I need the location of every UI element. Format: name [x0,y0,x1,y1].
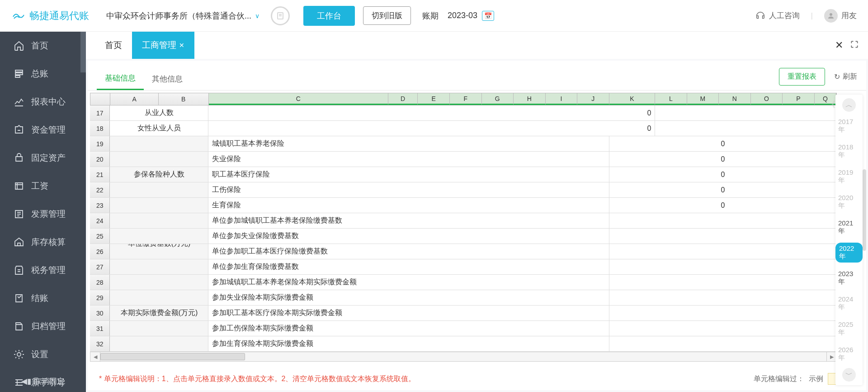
year-2021年[interactable]: 2021年 [835,215,863,240]
fullscreen-icon[interactable] [850,40,859,51]
year-2019年[interactable]: 2019年 [835,164,863,189]
row-header[interactable]: 20 [90,152,110,167]
row-header[interactable]: 30 [90,306,110,320]
cell-label[interactable] [110,198,208,213]
row-header[interactable]: 17 [90,105,110,120]
refresh-button[interactable]: ↻刷新 [834,72,857,81]
cell-label[interactable]: 女性从业人员 [110,121,208,136]
sidebar-item-10[interactable]: 归档管理 [0,312,86,340]
cell-desc[interactable]: 参加工伤保险本期实际缴费金额 [208,321,609,336]
calendar-icon[interactable]: 📅 [482,11,494,21]
sidebar-item-2[interactable]: 报表中心 [0,88,86,116]
switch-old-button[interactable]: 切到旧版 [363,6,411,25]
cell-label[interactable] [110,182,208,197]
cell-desc[interactable]: 城镇职工基本养老保险 [208,136,609,151]
workbench-button[interactable]: 工作台 [303,6,355,26]
year-2023年[interactable]: 2023年 [835,265,863,291]
sidebar-scrollbar[interactable] [80,32,86,72]
cell-desc[interactable]: 参加生育保险本期实际缴费金额 [208,336,609,351]
sidebar-item-8[interactable]: 税务管理 [0,256,86,284]
row-header[interactable]: 28 [90,275,110,290]
reset-report-button[interactable]: 重置报表 [779,68,825,86]
cell-value[interactable]: 0 [609,152,837,167]
row-header[interactable]: 21 [90,167,110,182]
row-header[interactable]: 19 [90,136,110,151]
cell-desc[interactable]: 单位参加失业保险缴费基数 [208,229,609,244]
row-header[interactable]: 18 [90,121,110,136]
cell-desc[interactable]: 0 [208,121,655,136]
sidebar-item-5[interactable]: 工资 [0,172,86,200]
cell-label[interactable] [110,321,208,336]
cell-label[interactable] [110,213,208,228]
row-header[interactable]: 26 [90,244,110,259]
sidebar-item-7[interactable]: 库存核算 [0,228,86,256]
cell-label[interactable] [110,229,208,244]
user-menu[interactable]: 用友 [824,9,857,23]
cell-empty[interactable] [655,121,837,136]
cell-label[interactable] [110,136,208,151]
cell-value[interactable]: 0 [609,198,837,213]
cell-value[interactable] [609,321,837,336]
row-header[interactable]: 22 [90,182,110,197]
sidebar-item-4[interactable]: 固定资产 [0,144,86,172]
scroll-thumb[interactable] [100,353,245,360]
row-header[interactable]: 29 [90,290,110,305]
col-header-H[interactable]: H [514,93,546,105]
sidebar-item-9[interactable]: 结账 [0,284,86,312]
sidebar-item-11[interactable]: 设置 [0,340,86,368]
col-header-K[interactable]: K [609,93,655,105]
cell-desc[interactable]: 参加职工基本医疗保险本期实际缴费金额 [208,306,609,320]
cell-desc[interactable]: 参加城镇职工基本养老保险本期实际缴费金额 [208,275,609,290]
cell-desc[interactable]: 单位参加城镇职工基本养老保险缴费基数 [208,213,609,228]
col-header-M[interactable]: M [687,93,719,105]
row-header[interactable]: 31 [90,321,110,336]
consult-link[interactable]: 人工咨询 [755,10,800,21]
cell-desc[interactable]: 参加失业保险本期实际缴费金额 [208,290,609,305]
cell-desc[interactable]: 单位参加职工基本医疗保险缴费基数 [208,244,609,259]
cell-desc[interactable]: 生育保险 [208,198,609,213]
col-header-I[interactable]: I [546,93,578,105]
cell-desc[interactable]: 工伤保险 [208,182,609,197]
col-header-L[interactable]: L [655,93,687,105]
col-header-P[interactable]: P [783,93,815,105]
year-2024年[interactable]: 2024年 [835,291,863,316]
cell-value[interactable] [609,259,837,274]
cell-value[interactable] [609,336,837,351]
period-value[interactable]: 2023-03 [448,11,477,20]
col-header-A[interactable]: A [110,93,158,105]
cancel-pin-button[interactable]: ◀▮取消固定 [0,371,86,392]
scroll-right-icon[interactable]: ▶ [826,352,836,361]
row-header[interactable]: 32 [90,336,110,351]
cell-label[interactable] [110,290,208,305]
cell-empty[interactable] [655,105,837,120]
cell-label[interactable]: 本期实际缴费金额(万元) [110,306,208,320]
cell-value[interactable] [609,244,837,259]
tabs-close-button[interactable]: ✕ [835,39,843,51]
row-header[interactable]: 25 [90,229,110,244]
year-up-button[interactable]: ︿ [842,98,856,112]
year-2017年[interactable]: 2017年 [835,113,863,139]
year-2025年[interactable]: 2025年 [835,316,863,341]
cell-label[interactable] [110,259,208,274]
col-header-N[interactable]: N [719,93,751,105]
cell-label[interactable] [110,336,208,351]
cell-label[interactable] [110,152,208,167]
col-header-J[interactable]: J [577,93,609,105]
cell-value[interactable]: 0 [609,182,837,197]
col-header-F[interactable]: F [450,93,482,105]
row-header[interactable]: 27 [90,259,110,274]
cell-desc[interactable]: 失业保险 [208,152,609,167]
tab-business-admin[interactable]: 工商管理✕ [132,32,194,59]
col-header-E[interactable]: E [418,93,450,105]
cell-label[interactable]: 从业人数 [110,105,208,120]
cell-value[interactable] [609,213,837,228]
col-header-O[interactable]: O [751,93,783,105]
cell-value[interactable]: 0 [609,167,837,182]
doc-icon[interactable] [271,6,290,25]
cell-value[interactable] [609,229,837,244]
cell-value[interactable] [609,290,837,305]
sidebar-item-6[interactable]: 发票管理 [0,200,86,228]
sidebar-item-3[interactable]: 资金管理 [0,116,86,144]
col-header-G[interactable]: G [482,93,514,105]
cell-label[interactable]: 单位缴费基数(万元) [110,244,208,259]
